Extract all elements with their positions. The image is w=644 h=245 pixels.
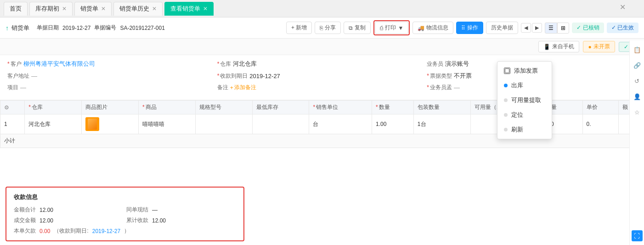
col-quantity: *数量 [372, 101, 414, 114]
warehouse-value: 河北仓库 [233, 60, 257, 68]
tab-inventory[interactable]: 库存期初 ✕ [29, 2, 73, 16]
cumulative-label: 累计收款 [126, 217, 148, 224]
nav-next-button[interactable]: ▶ [532, 23, 542, 33]
locate-item[interactable]: 定位 [497, 108, 552, 122]
tab-sales[interactable]: 销货单 ✕ [74, 2, 112, 16]
sidebar-note-icon[interactable]: 📋 [632, 44, 643, 55]
status-sold-badge: ✓ 已核销 [572, 23, 604, 33]
col-settings[interactable]: ⚙ [0, 101, 25, 114]
row-spec [195, 114, 252, 134]
print-highlight-box: ⎙ 打印 ▼ [373, 20, 410, 35]
sidebar-link-icon[interactable]: 🔗 [632, 60, 643, 71]
doc-type-label: 销货单 [11, 24, 29, 32]
ticket-type-value: 不开票 [454, 72, 472, 80]
copy-button[interactable]: ⧉ 复制 [344, 22, 371, 34]
tab-inventory-close[interactable]: ✕ [62, 6, 67, 12]
doc-title: ↑ 销货单 [6, 24, 29, 32]
window-close-button[interactable]: ✕ [620, 3, 626, 11]
warehouse-label: 仓库 [217, 60, 232, 68]
customer-addr-value: — [31, 73, 37, 80]
share-button[interactable]: ⎘ 分享 [315, 22, 341, 34]
amount-value: 12.00 [40, 207, 53, 213]
tab-bar: 首页 库存期初 ✕ 销货单 ✕ 销货单历史 ✕ 查看销货单 ✕ ✕ [0, 0, 644, 17]
number-label: 单据编号 [94, 24, 116, 32]
sidebar-refresh-icon[interactable]: ↺ [632, 75, 643, 86]
outbound-item[interactable]: 出库 [497, 78, 552, 93]
payment-info-rows: 金额合计 12.00 同单现结 — 成交金额 12.00 累计收款 12.00 … [14, 206, 236, 235]
row-quantity: 1.00 [372, 114, 414, 134]
view-list-button[interactable]: ☰ [545, 23, 557, 34]
warehouse-field: 仓库 河北仓库 [217, 60, 427, 68]
available-extract-item[interactable]: 可用量提取 [497, 93, 552, 108]
project-field: 项目 — [7, 84, 217, 91]
sidebar-star-icon[interactable]: ☆ [632, 107, 643, 118]
project-label: 项目 [7, 84, 18, 91]
customer-value[interactable]: 柳州粤港平安气体有限公司 [23, 60, 95, 68]
row-warehouse: 河北仓库 [25, 114, 82, 134]
cumulative-row: 累计收款 12.00 [126, 217, 236, 224]
available-extract-icon [504, 98, 508, 102]
tab-sales-history-close[interactable]: ✕ [152, 6, 157, 12]
add-note-button[interactable]: 添加备注 [230, 84, 256, 91]
print-button[interactable]: ⎙ 打印 ▼ [375, 22, 408, 34]
row-product-img [82, 114, 139, 134]
history-button[interactable]: 历史单据 [486, 22, 518, 34]
sidebar-expand-icon[interactable]: ⛶ [632, 230, 643, 241]
payment-info-title: 收款信息 [14, 193, 236, 201]
amount-row: 金额合计 12.00 [14, 206, 124, 214]
view-toggle: ☰ ⊞ [545, 23, 569, 34]
logistics-button[interactable]: 🚚 物流信息 [412, 22, 453, 34]
required-star: * [28, 104, 31, 110]
sidebar-user-icon[interactable]: 👤 [632, 91, 643, 102]
row-unit-price: 0. [582, 114, 618, 134]
doc-header-right: + 新增 ⎘ 分享 ⧉ 复制 ⎙ 打印 ▼ 🚚 [286, 20, 638, 35]
share-icon: ⎘ [320, 25, 323, 31]
salesperson2-label: 业务员孟 [427, 84, 452, 91]
tab-sales-history[interactable]: 销货单历史 ✕ [113, 2, 163, 16]
new-button[interactable]: + 新增 [286, 22, 312, 34]
payment-date-field: 收款到期日 2019-12-27 [217, 72, 427, 80]
col-product-img: 商品图片 [82, 101, 139, 114]
invoice-icon: ● [588, 44, 591, 50]
operations-dropdown: 添加发票 出库 可用量提取 定位 刷新 [497, 61, 552, 139]
tab-home[interactable]: 首页 [4, 2, 28, 16]
outstanding-date: 2019-12-27 [92, 228, 120, 234]
outstanding-note: （收款到期日: [54, 227, 88, 235]
settings-icon[interactable]: ⚙ [4, 104, 9, 111]
refresh-icon [504, 128, 508, 131]
nav-arrows: ◀ ▶ [521, 23, 542, 33]
number-value: SA-20191227-001 [120, 25, 164, 31]
operate-button[interactable]: ⠿ 操作 [456, 22, 483, 34]
not-open-invoice-button[interactable]: ● 未开票 [583, 41, 615, 52]
required-star2: * [142, 104, 145, 110]
check-icon: ✓ [576, 24, 581, 31]
doc-header-left: ↑ 销货单 单据日期 2019-12-27 单据编号 SA-20191227-0… [6, 24, 165, 32]
amount-label: 金额合计 [14, 206, 36, 214]
copy-icon: ⧉ [349, 25, 353, 31]
add-invoice-item[interactable]: 添加发票 [497, 63, 552, 78]
nav-prev-button[interactable]: ◀ [521, 23, 531, 33]
salesperson-label: 业务员 [427, 60, 443, 68]
row-min-stock [252, 114, 309, 134]
tab-sales-close[interactable]: ✕ [101, 6, 106, 12]
customer-label: 客户 [7, 60, 22, 68]
refresh-item[interactable]: 刷新 [497, 122, 552, 137]
same-order-row: 同单现结 — [126, 206, 236, 214]
right-sidebar: 📋 🔗 ↺ 👤 ☆ ⛶ [629, 40, 644, 245]
col-min-stock: 最低库存 [252, 101, 309, 114]
tab-view-sales[interactable]: 查看销货单 ✕ [164, 2, 214, 16]
required-star4: * [376, 104, 378, 110]
view-grid-button[interactable]: ⊞ [557, 23, 569, 34]
doc-type-icon: ↑ [6, 24, 9, 32]
outstanding-end: ） [124, 227, 130, 235]
add-invoice-icon [504, 68, 510, 74]
col-unit-price: 单价 [582, 101, 618, 114]
operate-icon: ⠿ [461, 25, 465, 31]
outstanding-row: 本单欠款 0.00 （收款到期日: 2019-12-27 ） [14, 227, 236, 235]
payment-date-value: 2019-12-27 [249, 73, 280, 80]
from-phone-button[interactable]: 📱 来自手机 [538, 41, 579, 52]
row-pack-qty: 1台 [413, 114, 470, 134]
deal-amount-value: 12.00 [40, 217, 53, 224]
row-sales-unit: 台 [309, 114, 372, 134]
tab-view-sales-close[interactable]: ✕ [203, 6, 208, 12]
